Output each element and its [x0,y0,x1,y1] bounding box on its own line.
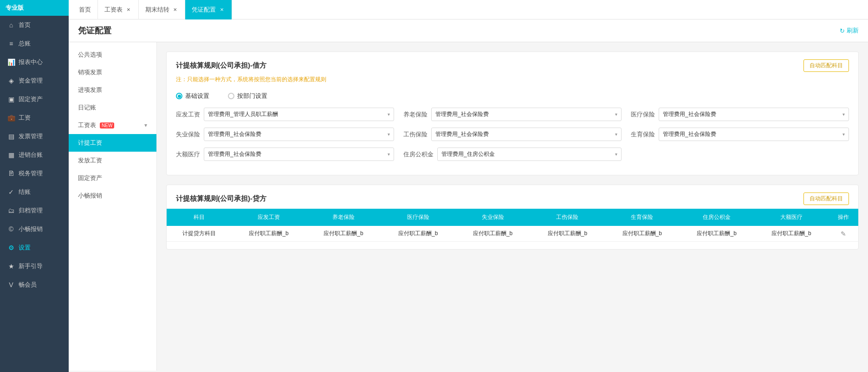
sidebar-item-fixed[interactable]: ▣ 固定资产 [0,90,69,109]
leftnav-journal[interactable]: 日记账 [69,99,156,116]
sidebar-item-label: 总账 [19,39,31,48]
sidebar-item-guide[interactable]: ★ 新手引导 [0,257,69,276]
radio-basic[interactable]: 基础设置 [176,92,209,100]
leftnav-fixed-assets[interactable]: 固定资产 [69,169,156,187]
leftnav-fixed-assets-label: 固定资产 [78,174,102,182]
sidebar-item-tax[interactable]: 🖹 税务管理 [0,164,69,183]
sidebar-item-archive[interactable]: 🗂 归档管理 [0,201,69,220]
edit-icon[interactable]: ✎ [841,230,846,237]
credit-section: 计提核算规则(公司承担)-贷方 自动匹配科目 科目 应发工资 养老保险 医疗保险… [166,185,859,250]
tax-icon: 🖹 [7,170,15,177]
salary-icon: 💼 [7,114,15,122]
sidebar-item-invoice[interactable]: ▤ 发票管理 [0,127,69,146]
leftnav-purchase-invoice[interactable]: 进项发票 [69,81,156,99]
col-header-injury: 工伤保险 [530,209,605,226]
sidebar-item-settings[interactable]: ⚙ 设置 [0,238,69,257]
pension-select-value: 管理费用_社会保险费 [435,110,489,118]
tab-payroll[interactable]: 工资表 × [98,0,139,19]
sidebar-item-settle[interactable]: ✓ 结账 [0,183,69,201]
settle-icon: ✓ [7,188,15,196]
field-medical: 医疗保险 管理费用_社会保险费 ▾ [631,108,849,121]
col-header-action: 操作 [829,209,858,226]
archive-icon: 🗂 [7,207,15,214]
medical-select[interactable]: 管理费用_社会保险费 ▾ [659,108,849,121]
tab-voucher[interactable]: 凭证配置 × [185,0,232,19]
housing-select-value: 管理费用_住房公积金 [441,150,495,158]
maternity-select-value: 管理费用_社会保险费 [663,130,716,138]
medical-select-arrow: ▾ [842,112,845,117]
leftnav-calc-salary[interactable]: 计提工资 [69,134,156,152]
cell-unemployment: 应付职工薪酬_b [455,226,530,242]
sidebar-item-report[interactable]: 📊 报表中心 [0,53,69,71]
sidebar-item-xiaochang[interactable]: © 小畅报销 [0,220,69,238]
field-large-medical: 大额医疗 管理费用_社会保险费 ▾ [176,148,394,161]
sidebar-item-vip[interactable]: V 畅会员 [0,276,69,294]
sidebar-item-label: 结账 [19,188,31,196]
radio-basic-circle [176,93,182,99]
credit-table-wrapper: 科目 应发工资 养老保险 医疗保险 失业保险 工伤保险 生育保险 住房公积金 大… [167,209,858,249]
tab-period-close[interactable]: × [172,6,179,13]
leftnav-public[interactable]: 公共选项 [69,46,156,64]
sidebar-item-salary[interactable]: 💼 工资 [0,109,69,127]
debit-auto-match-button[interactable]: 自动匹配科目 [803,59,849,72]
ledger-icon: ≡ [7,40,15,47]
debit-note: 注：只能选择一种方式，系统将按照您当前的选择来配置规则 [167,76,858,88]
leftnav-calc-salary-label: 计提工资 [78,139,102,147]
sidebar-item-home[interactable]: ⌂ 首页 [0,16,69,34]
leftnav-purchase-invoice-label: 进项发票 [78,86,102,94]
cell-maternity: 应付职工薪酬_b [605,226,680,242]
invoice-icon: ▤ [7,133,15,140]
sidebar-item-sales[interactable]: ▦ 进销台账 [0,146,69,164]
medical-select-value: 管理费用_社会保险费 [663,110,716,118]
radio-group: 基础设置 按部门设置 [167,88,858,108]
leftnav-sales-invoice-label: 销项发票 [78,68,102,77]
xiaochang-icon: © [7,225,15,233]
tab-home[interactable]: 首页 [72,0,98,19]
page-header: 凭证配置 ↻ 刷新 [69,19,868,42]
medical-label: 医疗保险 [631,110,655,119]
salary-select[interactable]: 管理费用_管理人员职工薪酬 ▾ [204,108,394,121]
debit-form-rows: 应发工资 管理费用_管理人员职工薪酬 ▾ 养老保险 管理费用_社会保险费 ▾ [167,108,858,175]
maternity-select[interactable]: 管理费用_社会保险费 ▾ [659,128,849,141]
credit-auto-match-button[interactable]: 自动匹配科目 [803,192,849,205]
debit-section: 计提核算规则(公司承担)-借方 自动匹配科目 注：只能选择一种方式，系统将按照您… [166,51,859,175]
injury-select[interactable]: 管理费用_社会保险费 ▾ [431,128,622,141]
cell-housing: 应付职工薪酬_b [680,226,754,242]
col-header-housing: 住房公积金 [680,209,754,226]
col-header-pension: 养老保险 [306,209,381,226]
debit-section-title: 计提核算规则(公司承担)-借方 [176,61,266,70]
content-layout: 公共选项 销项发票 进项发票 日记账 工资表 NEW ▾ 计提工资 发放工资 [69,42,868,371]
unemployment-select-arrow: ▾ [388,132,390,137]
refresh-button[interactable]: ↻ 刷新 [840,26,859,35]
leftnav-salary-table[interactable]: 工资表 NEW ▾ [69,116,156,134]
cell-pension: 应付职工薪酬_b [306,226,381,242]
sidebar-item-label: 固定资产 [19,95,43,103]
sidebar-item-fund[interactable]: ◈ 资金管理 [0,71,69,90]
unemployment-select[interactable]: 管理费用_社会保险费 ▾ [204,128,394,141]
col-header-medical: 医疗保险 [381,209,455,226]
leftnav-pay-salary-label: 发放工资 [78,156,102,165]
col-header-maternity: 生育保险 [605,209,680,226]
large-medical-select[interactable]: 管理费用_社会保险费 ▾ [204,148,394,161]
sales-icon: ▦ [7,151,15,159]
salary-label: 应发工资 [176,110,200,119]
tab-payroll-close[interactable]: × [125,6,132,13]
radio-dept[interactable]: 按部门设置 [228,92,267,100]
pension-select[interactable]: 管理费用_社会保险费 ▾ [431,108,622,121]
leftnav-sales-invoice[interactable]: 销项发票 [69,64,156,81]
pension-label: 养老保险 [403,110,428,119]
cell-action[interactable]: ✎ [829,226,858,242]
leftnav-xiaochangreport[interactable]: 小畅报销 [69,187,156,205]
vip-icon: V [7,281,15,289]
refresh-label: 刷新 [847,26,859,35]
tab-period[interactable]: 期末结转 × [139,0,186,19]
leftnav-salary-table-label: 工资表 [78,121,96,129]
sidebar-item-ledger[interactable]: ≡ 总账 [0,34,69,53]
leftnav-pay-salary[interactable]: 发放工资 [69,152,156,169]
new-badge: NEW [100,122,114,128]
main-area: 首页 工资表 × 期末结转 × 凭证配置 × 凭证配置 ↻ 刷新 公共选项 [69,0,868,372]
tab-voucher-close[interactable]: × [219,6,225,13]
tab-period-label: 期末结转 [145,6,169,14]
cell-salary: 应付职工薪酬_b [232,226,306,242]
housing-select[interactable]: 管理费用_住房公积金 ▾ [437,148,622,161]
